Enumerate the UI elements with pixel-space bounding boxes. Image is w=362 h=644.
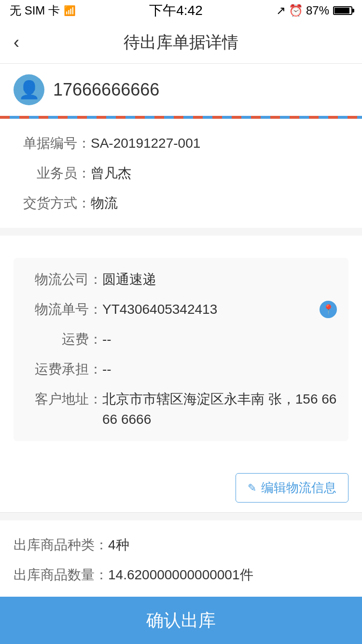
battery-icon [333, 6, 352, 15]
back-button[interactable]: ‹ [14, 32, 19, 53]
company-row: 物流公司： 圆通速递 [25, 269, 337, 290]
edit-logistics-btn-row: ✎ 编辑物流信息 [0, 465, 362, 512]
salesman-row: 业务员： 曾凡杰 [14, 163, 348, 183]
battery-percentage: 87% [306, 4, 329, 17]
status-time: 下午4:42 [149, 1, 203, 20]
user-phone: 17666666666 [53, 80, 159, 100]
user-avatar-icon: 👤 [18, 80, 40, 100]
edit-logistics-button[interactable]: ✎ 编辑物流信息 [236, 473, 348, 503]
confirm-btn-area[interactable]: 确认出库 [0, 597, 362, 644]
carrier-label: 无 SIM 卡 [10, 3, 60, 18]
tracking-row: 物流单号： YT43064053424​13 📍 [25, 299, 337, 320]
salesman-label: 业务员： [14, 163, 91, 183]
order-no-row: 单据编号： SA-20191227-001 [14, 133, 348, 154]
delivery-value: 物流 [91, 193, 348, 213]
wifi-icon: 📶 [64, 5, 76, 16]
freight-bear-value: -- [102, 359, 337, 379]
order-no-value: SA-20191227-001 [91, 133, 348, 154]
status-right: ↗ ⏰ 87% [276, 4, 352, 17]
address-label: 客户地址： [25, 389, 102, 409]
company-label: 物流公司： [25, 269, 102, 290]
tracking-value: YT43064053424​13 [102, 299, 314, 320]
user-header: 👤 17666666666 [0, 64, 362, 116]
salesman-value: 曾凡杰 [91, 163, 348, 183]
order-no-label: 单据编号： [14, 133, 91, 154]
logistics-section: 物流公司： 圆通速递 物流单号： YT43064053424​13 📍 运费： … [0, 236, 362, 465]
goods-quantity-value: 14.620000000000001件 [108, 565, 348, 585]
goods-types-label: 出库商品种类： [14, 535, 108, 555]
goods-section: 出库商品种类： 4种 出库商品数量： 14.620000000000001件 [0, 520, 362, 600]
address-row: 客户地址： 北京市市辖区海淀区永丰南 张，156 6666 6666 [25, 389, 337, 430]
goods-types-value: 4种 [108, 535, 348, 555]
confirm-btn-label: 确认出库 [146, 609, 216, 632]
freight-bear-label: 运费承担： [25, 359, 102, 379]
logistics-card: 物流公司： 圆通速递 物流单号： YT43064053424​13 📍 运费： … [14, 258, 348, 441]
avatar: 👤 [14, 74, 44, 105]
basic-info-section: 单据编号： SA-20191227-001 业务员： 曾凡杰 交货方式： 物流 [0, 119, 362, 228]
freight-row: 运费： -- [25, 329, 337, 350]
delivery-row: 交货方式： 物流 [14, 193, 348, 213]
edit-icon: ✎ [248, 482, 256, 494]
section-gap-2 [0, 513, 362, 520]
address-value: 北京市市辖区海淀区永丰南 张，156 6666 6666 [102, 389, 337, 430]
freight-bear-row: 运费承担： -- [25, 359, 337, 379]
location-status-icon: ↗ [276, 4, 286, 17]
company-value: 圆通速递 [102, 269, 337, 290]
status-left: 无 SIM 卡 📶 [10, 3, 76, 18]
goods-quantity-row: 出库商品数量： 14.620000000000001件 [14, 565, 348, 585]
page-title: 待出库单据详情 [124, 31, 238, 54]
freight-value: -- [102, 329, 337, 350]
goods-types-row: 出库商品种类： 4种 [14, 535, 348, 555]
map-location-icon[interactable]: 📍 [320, 301, 337, 318]
goods-quantity-label: 出库商品数量： [14, 565, 108, 585]
status-bar: 无 SIM 卡 📶 下午4:42 ↗ ⏰ 87% [0, 0, 362, 21]
delivery-label: 交货方式： [14, 193, 91, 213]
section-gap-1 [0, 228, 362, 236]
edit-btn-label: 编辑物流信息 [261, 479, 336, 496]
freight-label: 运费： [25, 329, 102, 350]
nav-bar: ‹ 待出库单据详情 [0, 21, 362, 64]
tracking-label: 物流单号： [25, 299, 102, 320]
alarm-icon: ⏰ [289, 4, 303, 17]
